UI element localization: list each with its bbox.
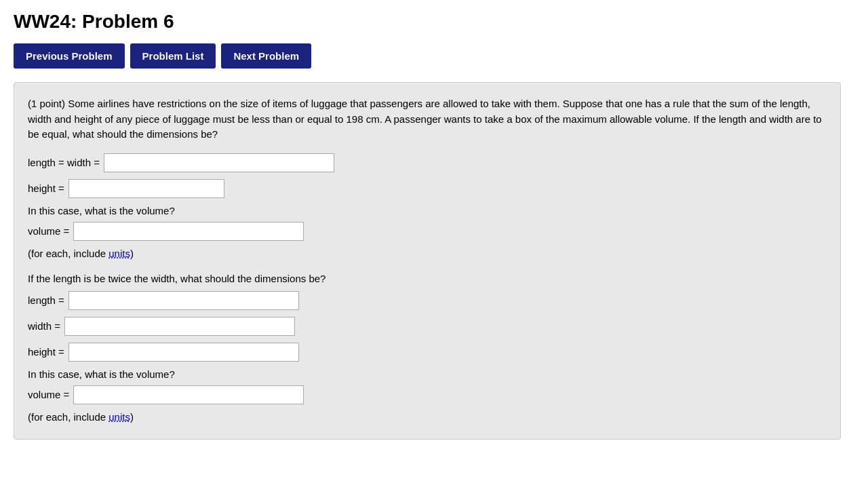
length-width-input[interactable] — [104, 153, 334, 172]
previous-problem-button[interactable]: Previous Problem — [14, 43, 125, 69]
next-problem-button[interactable]: Next Problem — [221, 43, 311, 69]
volume-label-2: volume = — [28, 389, 69, 400]
volume-row-2: volume = — [28, 385, 827, 404]
height-label-2: height = — [28, 346, 64, 358]
navigation-buttons: Previous Problem Problem List Next Probl… — [14, 43, 854, 69]
problem-container: (1 point) Some airlines have restriction… — [14, 82, 841, 440]
page-title: WW24: Problem 6 — [14, 11, 854, 33]
height-row-2: height = — [28, 343, 827, 362]
width-input-2[interactable] — [64, 317, 295, 336]
volume-label-1: volume = — [28, 225, 69, 237]
units-link-1[interactable]: units — [108, 248, 130, 259]
height-input-2[interactable] — [68, 343, 299, 362]
volume-input-2[interactable] — [73, 385, 304, 404]
length-width-label: length = width = — [28, 157, 100, 168]
for-each-note-2: (for each, include units) — [28, 411, 827, 423]
length-row-2: length = — [28, 291, 827, 310]
volume-row-1: volume = — [28, 222, 827, 241]
height-row-1: height = — [28, 179, 827, 198]
length-input-2[interactable] — [68, 291, 299, 310]
volume-question-1: In this case, what is the volume? — [28, 205, 827, 216]
problem-intro-text: (1 point) Some airlines have restriction… — [28, 96, 827, 142]
length-width-row: length = width = — [28, 153, 827, 172]
for-each-note-1: (for each, include units) — [28, 248, 827, 259]
problem-list-button[interactable]: Problem List — [130, 43, 216, 69]
volume-question-2: In this case, what is the volume? — [28, 368, 827, 380]
units-link-2[interactable]: units — [108, 411, 130, 423]
height-input-1[interactable] — [68, 179, 224, 198]
length-label-2: length = — [28, 294, 64, 306]
section2-question: If the length is be twice the width, wha… — [28, 273, 827, 284]
width-label-2: width = — [28, 320, 60, 332]
height-label-1: height = — [28, 183, 64, 194]
width-row-2: width = — [28, 317, 827, 336]
volume-input-1[interactable] — [73, 222, 304, 241]
